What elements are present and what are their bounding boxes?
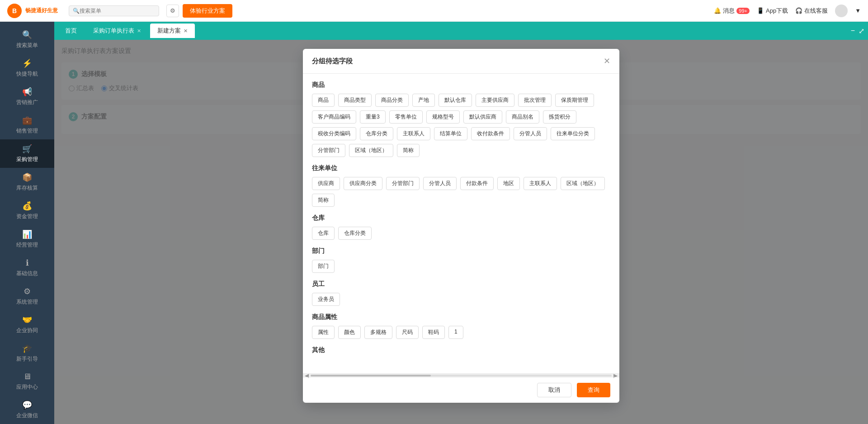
field-tag-dept-mgmt2[interactable]: 分管部门: [386, 177, 420, 190]
section-partner-title: 往来单位: [312, 164, 610, 172]
collab-icon: 🤝: [22, 315, 32, 325]
field-tag-settlement-unit[interactable]: 结算单位: [434, 127, 467, 140]
sidebar-item-collab[interactable]: 🤝 企业协同: [0, 310, 54, 339]
sidebar-item-system[interactable]: ⚙ 系统管理: [0, 282, 54, 310]
sidebar-item-marketing[interactable]: 📢 营销推广: [0, 82, 54, 111]
sidebar-item-basicinfo[interactable]: ℹ 基础信息: [0, 253, 54, 282]
sidebar-item-finance-label: 资金管理: [16, 213, 38, 220]
field-tag-origin[interactable]: 产地: [412, 94, 435, 107]
field-tag-spec-model[interactable]: 规格型号: [426, 110, 460, 124]
app-download[interactable]: 📱 App下载: [757, 7, 788, 15]
field-tag-abbr2[interactable]: 简称: [312, 194, 335, 207]
tabs-expand[interactable]: ⤢: [859, 27, 864, 35]
logo-icon: B: [7, 4, 22, 18]
headset-icon: 🎧: [795, 7, 802, 14]
sidebar-item-system-label: 系统管理: [16, 298, 38, 306]
modal-horizontal-scrollbar[interactable]: ◀ ▶: [303, 373, 619, 377]
sidebar-item-finance[interactable]: 💰 资金管理: [0, 196, 54, 225]
section-other: 其他: [312, 346, 610, 359]
section-product-attr: 商品属性 属性 颜色 多规格 尺码 鞋码 1: [312, 313, 610, 339]
field-tag-salesperson[interactable]: 业务员: [312, 293, 340, 306]
field-tag-payment-terms2[interactable]: 付款条件: [460, 177, 494, 190]
section-dept: 部门 部门: [312, 247, 610, 273]
sidebar-item-guide[interactable]: 🎓 新手引导: [0, 339, 54, 367]
field-tag-supervisor[interactable]: 分管人员: [514, 127, 547, 140]
field-tag-product-type[interactable]: 商品类型: [338, 94, 372, 107]
field-tag-customer-sku[interactable]: 客户商品编码: [312, 110, 356, 124]
notification-badge: 99+: [736, 8, 750, 14]
section-partner: 往来单位 供应商 供应商分类 分管部门 分管人员 付款条件 地区 主联系人 区域…: [312, 164, 610, 207]
field-tag-dept[interactable]: 部门: [312, 260, 335, 273]
field-tag-supervisor2[interactable]: 分管人员: [423, 177, 457, 190]
sidebar-item-purchase[interactable]: 🛒 采购管理: [0, 139, 54, 168]
sidebar-item-sales[interactable]: 💼 销售管理: [0, 111, 54, 139]
purchase-icon: 🛒: [22, 144, 32, 154]
tab-purchase-order[interactable]: 采购订单执行表 ✕: [86, 24, 148, 38]
experience-button[interactable]: 体验行业方案: [183, 4, 232, 18]
confirm-button[interactable]: 查询: [577, 383, 610, 397]
field-tag-product-alias[interactable]: 商品别名: [506, 110, 539, 124]
field-tag-custom1[interactable]: 1: [448, 326, 463, 339]
field-tag-size[interactable]: 尺码: [396, 326, 419, 339]
tab-new-plan[interactable]: 新建方案 ✕: [150, 24, 195, 38]
tab-home[interactable]: 首页: [58, 24, 84, 38]
appcenter-icon: 🖥: [23, 372, 31, 381]
search-box[interactable]: 🔍: [69, 5, 159, 16]
field-tag-pick-points[interactable]: 拣货积分: [543, 110, 576, 124]
field-tag-multi-spec[interactable]: 多规格: [364, 326, 392, 339]
field-tag-area[interactable]: 地区: [497, 177, 520, 190]
field-tag-attr[interactable]: 属性: [312, 326, 335, 339]
field-tag-main-contact2[interactable]: 主联系人: [524, 177, 557, 190]
field-tag-expiry-mgmt[interactable]: 保质期管理: [555, 94, 594, 107]
header: B 畅捷通好生意 🔍 ⚙ 体验行业方案 🔔 消息 99+ 📱 App下载 🎧 在…: [0, 0, 868, 22]
tab-purchase-order-close[interactable]: ✕: [137, 28, 141, 34]
field-tag-warehouse[interactable]: 仓库: [312, 227, 335, 240]
section-employee: 员工 业务员: [312, 280, 610, 306]
sidebar-item-quicknav[interactable]: ⚡ 快捷导航: [0, 54, 54, 82]
field-tag-default-warehouse[interactable]: 默认仓库: [439, 94, 472, 107]
section-warehouse-title: 仓库: [312, 214, 610, 222]
modal-title: 分组待选字段: [312, 57, 353, 66]
field-tag-warehouse-category[interactable]: 仓库分类: [360, 127, 393, 140]
field-tag-main-contact[interactable]: 主联系人: [397, 127, 430, 140]
notification-item[interactable]: 🔔 消息 99+: [714, 7, 750, 15]
field-tag-warehouse-cat[interactable]: 仓库分类: [338, 227, 372, 240]
field-tag-default-supplier[interactable]: 默认供应商: [463, 110, 502, 124]
sidebar-item-search[interactable]: 🔍 搜索菜单: [0, 25, 54, 54]
field-tag-abbr[interactable]: 简称: [397, 144, 420, 157]
field-tag-batch-mgmt[interactable]: 批次管理: [518, 94, 552, 107]
sidebar-item-inventory[interactable]: 📦 库存核算: [0, 168, 54, 196]
search-input[interactable]: [80, 8, 134, 14]
field-tag-shoe-size[interactable]: 鞋码: [422, 326, 445, 339]
settings-button[interactable]: ⚙: [166, 5, 179, 17]
online-service[interactable]: 🎧 在线客服: [795, 7, 828, 15]
field-tag-partner-category[interactable]: 往来单位分类: [551, 127, 595, 140]
sidebar-item-marketing-label: 营销推广: [16, 99, 38, 106]
field-tag-product-category[interactable]: 商品分类: [375, 94, 409, 107]
field-tag-weight[interactable]: 重量3: [360, 110, 386, 124]
cancel-button[interactable]: 取消: [537, 383, 571, 397]
field-tag-main-supplier[interactable]: 主要供应商: [476, 94, 514, 107]
modal-footer: 取消 查询: [303, 377, 619, 403]
sidebar-item-operations[interactable]: 📊 经营管理: [0, 225, 54, 253]
field-tag-region[interactable]: 区域（地区）: [349, 144, 393, 157]
field-tag-region2[interactable]: 区域（地区）: [561, 177, 605, 190]
tab-new-plan-close[interactable]: ✕: [184, 28, 188, 34]
sidebar-item-wechat[interactable]: 💬 企业微信: [0, 395, 54, 424]
field-tag-payment-terms[interactable]: 收付款条件: [471, 127, 510, 140]
field-tag-tax-code[interactable]: 税收分类编码: [312, 127, 356, 140]
sidebar-item-collab-label: 企业协同: [16, 327, 38, 334]
field-tag-dept-mgmt[interactable]: 分管部门: [312, 144, 345, 157]
section-warehouse: 仓库 仓库 仓库分类: [312, 214, 610, 240]
field-tag-retail-unit[interactable]: 零售单位: [389, 110, 423, 124]
tabs-minimize[interactable]: −: [851, 27, 855, 35]
field-tag-supplier-category[interactable]: 供应商分类: [344, 177, 382, 190]
section-product-title: 商品: [312, 81, 610, 89]
sidebar-item-appcenter[interactable]: 🖥 应用中心: [0, 367, 54, 395]
avatar[interactable]: [835, 5, 848, 17]
field-tag-product[interactable]: 商品: [312, 94, 335, 107]
field-tag-supplier[interactable]: 供应商: [312, 177, 340, 190]
modal-header: 分组待选字段 ✕: [303, 49, 619, 74]
field-tag-color[interactable]: 颜色: [338, 326, 361, 339]
modal-close-button[interactable]: ✕: [604, 56, 610, 66]
